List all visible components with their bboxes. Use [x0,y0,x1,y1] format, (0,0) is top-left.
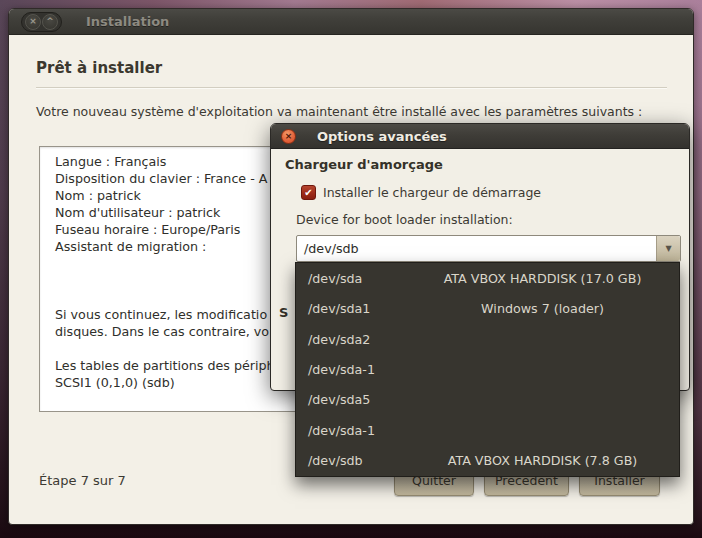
dropdown-item[interactable]: /dev/sda ATA VBOX HARDDISK (17.0 GB) [296,263,679,293]
boot-device-label: Device for boot loader installation: [296,212,513,227]
step-indicator: Étape 7 sur 7 [39,473,126,488]
dropdown-item[interactable]: /dev/sda-1 [296,415,679,445]
device-name: /dev/sdb [308,453,418,468]
close-window-icon[interactable]: × [25,14,41,30]
maximize-window-icon[interactable]: ^ [42,14,58,30]
dropdown-item[interactable]: /dev/sda1 Windows 7 (loader) [296,293,679,323]
boot-device-combobox[interactable]: /dev/sdb ▼ [296,235,681,262]
device-name: /dev/sda2 [308,332,418,347]
device-description: ATA VBOX HARDDISK (7.8 GB) [418,453,667,468]
dialog-title: Options avancées [317,129,447,144]
hidden-section-fragment: S [279,305,288,320]
dropdown-item[interactable]: /dev/sda5 [296,385,679,415]
chevron-down-icon[interactable]: ▼ [656,236,680,261]
dropdown-item[interactable]: /dev/sdb ATA VBOX HARDDISK (7.8 GB) [296,446,679,476]
boot-device-dropdown: /dev/sda ATA VBOX HARDDISK (17.0 GB) /de… [295,262,680,477]
install-bootloader-checkbox[interactable]: ✔ [301,185,316,200]
main-window-titlebar[interactable]: × ^ Installation [9,9,693,35]
combobox-value: /dev/sdb [297,241,656,256]
install-bootloader-row: ✔ Installer le chargeur de démarrage [301,185,541,200]
window-controls: × ^ [21,12,62,32]
device-name: /dev/sda [308,271,418,286]
device-name: /dev/sda-1 [308,423,418,438]
dropdown-item[interactable]: /dev/sda2 [296,324,679,354]
page-title: Prêt à installer [36,59,162,77]
dropdown-item[interactable]: /dev/sda-1 [296,354,679,384]
intro-text: Votre nouveau système d'exploitation va … [36,104,673,119]
device-name: /dev/sda5 [308,392,418,407]
device-description: ATA VBOX HARDDISK (17.0 GB) [418,271,667,286]
device-name: /dev/sda-1 [308,362,418,377]
dialog-close-icon[interactable]: × [281,129,296,144]
main-window-title: Installation [86,14,169,29]
bootloader-section-title: Chargeur d'amorçage [285,157,443,172]
desktop-background: × ^ Installation Prêt à installer Votre … [0,0,702,538]
device-description: Windows 7 (loader) [418,301,667,316]
install-bootloader-label: Installer le chargeur de démarrage [323,185,541,200]
title-separator [36,87,667,89]
dialog-titlebar[interactable]: × Options avancées [271,124,689,149]
device-name: /dev/sda1 [308,301,418,316]
